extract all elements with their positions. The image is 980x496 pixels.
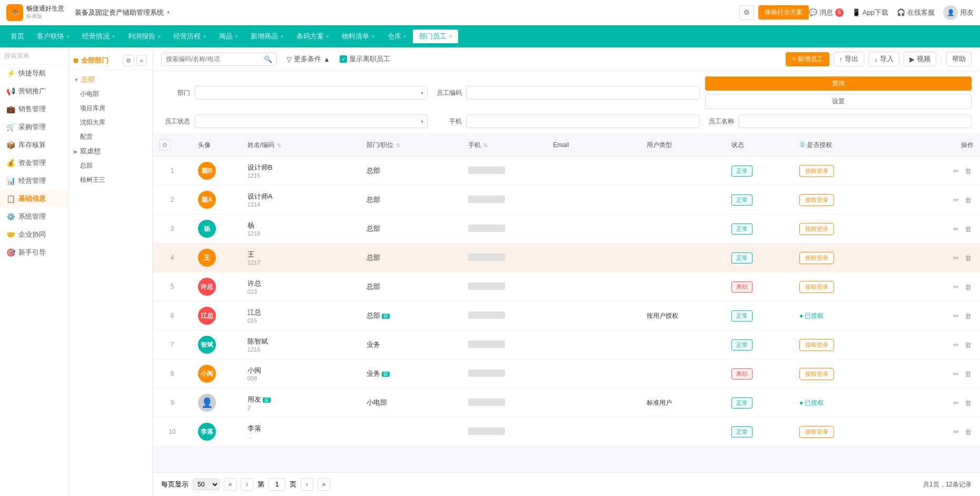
dept-collapse-button[interactable]: « (136, 55, 147, 66)
delete-button[interactable]: 🗑 (963, 340, 974, 350)
dropdown-arrow-icon[interactable]: ▾ (167, 9, 170, 16)
user-menu[interactable]: 👤 用友 (943, 5, 974, 20)
close-tab-icon[interactable]: × (66, 33, 70, 40)
nav-tab-经营情况[interactable]: 经营情况× (76, 30, 121, 43)
empstatus-select[interactable] (194, 114, 428, 128)
nav-tab-客户联络[interactable]: 客户联络× (31, 30, 76, 43)
close-tab-icon[interactable]: × (203, 33, 206, 40)
import-button[interactable]: ↓ 导入 (868, 52, 899, 66)
phone-input[interactable] (466, 114, 699, 128)
edit-button[interactable]: ✏ (951, 282, 961, 292)
message-button[interactable]: 💬 消息 6 (809, 8, 844, 17)
sidebar-item-operations[interactable]: 📊 经营管理 (0, 172, 68, 190)
dept-sub-hq[interactable]: 总部 (68, 159, 152, 173)
dept-sub-project[interactable]: 项目库房 (68, 101, 152, 115)
next-page-button[interactable]: › (301, 478, 313, 491)
dept-sub-shenyang[interactable]: 沈阳大库 (68, 115, 152, 130)
per-page-select[interactable]: 50 100 (193, 479, 220, 490)
prev-page-button[interactable]: ‹ (241, 478, 253, 491)
nav-tab-利润报告[interactable]: 利润报告× (122, 30, 167, 43)
sidebar-item-basicinfo[interactable]: 📋 基础信息 (0, 190, 68, 208)
sidebar-item-shortcuts[interactable]: ⚡ 快捷导航 (0, 64, 68, 82)
dept-node-general[interactable]: ▼ 总部 (68, 72, 152, 87)
edit-button[interactable]: ✏ (951, 311, 961, 321)
delete-button[interactable]: 🗑 (963, 253, 974, 263)
sidebar-item-sales[interactable]: 💼 销售管理 (0, 100, 68, 118)
trial-button[interactable]: 体验行业方案 (758, 5, 809, 20)
last-page-button[interactable]: » (318, 478, 330, 491)
delete-button[interactable]: 🗑 (963, 282, 974, 292)
close-tab-icon[interactable]: × (235, 33, 238, 40)
more-conditions-button[interactable]: ▽ 更多条件 ▲ (282, 52, 334, 66)
nav-tab-仓库[interactable]: 仓库× (381, 30, 413, 43)
show-resigned-toggle[interactable]: ✓ 显示离职员工 (340, 54, 390, 64)
edit-button[interactable]: ✏ (951, 427, 961, 437)
col-settings-button[interactable]: ⚙ (159, 139, 171, 151)
close-tab-icon[interactable]: × (112, 33, 115, 40)
auth-login-button[interactable]: 授权登录 (799, 194, 834, 206)
th-name[interactable]: 姓名/编码 ⇅ (241, 134, 360, 157)
delete-button[interactable]: 🗑 (963, 224, 974, 234)
edit-button[interactable]: ✏ (951, 398, 961, 408)
auth-login-button[interactable]: 授权登录 (799, 368, 834, 380)
help-button[interactable]: 帮助 (946, 52, 972, 66)
nav-tab-条码方案[interactable]: 条码方案× (290, 30, 335, 43)
dept-select[interactable] (194, 86, 428, 100)
close-tab-icon[interactable]: × (371, 33, 374, 40)
sidebar-search-input[interactable] (4, 52, 68, 60)
edit-button[interactable]: ✏ (951, 340, 961, 350)
auth-login-button[interactable]: 授权登录 (799, 426, 834, 438)
nav-tab-新增商品[interactable]: 新增商品× (244, 30, 290, 43)
dept-sub-delivery[interactable]: 配货 (68, 130, 152, 144)
sidebar-item-inventory[interactable]: 📦 库存核算 (0, 136, 68, 154)
video-button[interactable]: ▶ 视频 (904, 52, 936, 66)
delete-button[interactable]: 🗑 (963, 166, 974, 176)
edit-button[interactable]: ✏ (951, 224, 961, 234)
delete-button[interactable]: 🗑 (963, 195, 974, 205)
app-download-button[interactable]: 📱 App下载 (852, 8, 888, 17)
delete-button[interactable]: 🗑 (963, 369, 974, 379)
close-tab-icon[interactable]: × (403, 33, 407, 40)
query-button[interactable]: 查询 (705, 76, 972, 91)
empname-input[interactable] (738, 114, 972, 128)
auth-login-button[interactable]: 授权登录 (799, 165, 834, 177)
nav-tab-物料清单[interactable]: 物料清单× (335, 30, 381, 43)
export-button[interactable]: ↑ 导出 (834, 52, 865, 66)
set-button[interactable]: 设置 (705, 94, 972, 109)
edit-button[interactable]: ✏ (951, 253, 961, 263)
edit-button[interactable]: ✏ (951, 369, 961, 379)
sidebar-item-collab[interactable]: 🤝 企业协同 (0, 226, 68, 244)
auth-login-button[interactable]: 授权登录 (799, 339, 834, 351)
sidebar-item-purchase[interactable]: 🛒 采购管理 (0, 118, 68, 136)
dept-settings-button[interactable]: ⚙ (123, 55, 134, 66)
dept-sub-electronics[interactable]: 小电部 (68, 87, 152, 101)
delete-button[interactable]: 🗑 (963, 398, 974, 408)
close-tab-icon[interactable]: × (326, 33, 329, 40)
auth-login-button[interactable]: 授权登录 (799, 281, 834, 293)
nav-tab-首页[interactable]: 首页 (4, 30, 31, 43)
sidebar-item-marketing[interactable]: 📢 营销推广 (0, 82, 68, 100)
empcode-input[interactable] (466, 86, 699, 100)
sidebar-item-system[interactable]: ⚙️ 系统管理 (0, 208, 68, 226)
gear-button[interactable]: ⚙ (739, 5, 754, 20)
th-dept[interactable]: 部门/职位 ⇅ (360, 134, 462, 157)
sidebar-item-finance[interactable]: 💰 资金管理 (0, 154, 68, 172)
auth-login-button[interactable]: 授权登录 (799, 223, 834, 235)
auth-login-button[interactable]: 授权登录 (799, 252, 834, 264)
nav-tab-部门员工[interactable]: 部门员工× (413, 30, 458, 43)
dept-sub-zhushu[interactable]: 植树王三 (68, 173, 152, 187)
delete-button[interactable]: 🗑 (963, 311, 974, 321)
close-tab-icon[interactable]: × (280, 33, 283, 40)
th-phone[interactable]: 手机 ⇅ (462, 134, 547, 157)
dept-node-double[interactable]: ▶ 双虐想 (68, 144, 152, 159)
first-page-button[interactable]: « (224, 478, 236, 491)
add-employee-button[interactable]: + 新增员工 (786, 52, 829, 66)
delete-button[interactable]: 🗑 (963, 427, 974, 437)
edit-button[interactable]: ✏ (951, 166, 961, 176)
online-service-button[interactable]: 🎧 在线客服 (897, 8, 935, 17)
close-tab-icon[interactable]: × (449, 33, 452, 40)
close-tab-icon[interactable]: × (157, 33, 161, 40)
current-page-input[interactable] (269, 478, 285, 491)
nav-tab-经营历程[interactable]: 经营历程× (167, 30, 212, 43)
sidebar-item-guide[interactable]: 🎯 新手引导 (0, 244, 68, 261)
